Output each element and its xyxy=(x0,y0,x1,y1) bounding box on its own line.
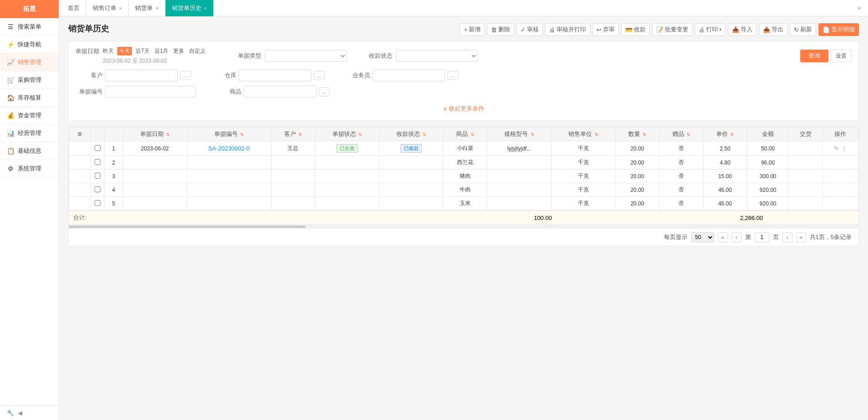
cell-doc-no[interactable] xyxy=(187,170,271,183)
sidebar-item-purchase-mgmt[interactable]: 🛒 采购管理 xyxy=(0,71,59,89)
col-unit[interactable]: 销售单位 ⇅ xyxy=(551,127,615,141)
doc-type-select[interactable] xyxy=(265,50,347,62)
customer-ellipsis[interactable]: ... xyxy=(180,71,191,80)
col-doc-status[interactable]: 单据状态 ⇅ xyxy=(315,127,379,141)
cell-action[interactable] xyxy=(823,183,858,197)
setting-button[interactable]: 设置 xyxy=(831,50,852,62)
salesperson-input[interactable] xyxy=(372,70,445,81)
payment-status-select[interactable] xyxy=(396,50,478,62)
sidebar-item-inventory[interactable]: 🏠 库存核算 xyxy=(0,89,59,107)
tab-sales-order-close[interactable]: × xyxy=(119,5,122,11)
goods-ellipsis[interactable]: ... xyxy=(319,87,330,96)
customer-input[interactable] xyxy=(105,70,178,81)
last-page-btn[interactable]: » xyxy=(796,232,806,242)
warehouse-input[interactable] xyxy=(239,70,311,81)
cell-action[interactable]: ✎⋮ xyxy=(823,141,858,156)
batch-change-button[interactable]: 📝 批量变更 xyxy=(652,23,692,36)
warehouse-ellipsis[interactable]: ... xyxy=(314,71,325,80)
date-shortcut-7days[interactable]: 近7天 xyxy=(134,47,151,55)
tab-sales-goods-close[interactable]: × xyxy=(156,5,158,11)
cell-checkbox[interactable] xyxy=(90,141,104,156)
scroll-thumb[interactable] xyxy=(69,225,306,228)
goods-input[interactable] xyxy=(244,86,316,98)
row-checkbox[interactable] xyxy=(95,173,100,179)
audit-print-button[interactable]: 🖨 审核并打印 xyxy=(545,23,590,36)
col-payment-status[interactable]: 收款状态 ⇅ xyxy=(379,127,443,141)
cell-doc-no[interactable] xyxy=(187,183,271,197)
page-number-input[interactable] xyxy=(755,232,769,242)
date-shortcut-today[interactable]: 今天 xyxy=(117,47,132,55)
cell-checkbox[interactable] xyxy=(90,183,104,197)
sidebar-item-finance-mgmt[interactable]: 💰 资金管理 xyxy=(0,107,59,125)
col-settings[interactable]: ⚙ xyxy=(69,127,91,141)
action-more-icon[interactable]: ⋮ xyxy=(841,145,847,152)
cell-doc-no[interactable]: SA-20230602-0 xyxy=(187,141,271,156)
date-shortcut-more[interactable]: 更多 xyxy=(172,47,186,55)
col-customer[interactable]: 客户 ⇅ xyxy=(271,127,315,141)
status-badge: 已生效 xyxy=(336,144,358,153)
row-checkbox[interactable] xyxy=(95,145,100,151)
salesperson-ellipsis[interactable]: ... xyxy=(447,71,458,80)
cell-action[interactable] xyxy=(823,170,858,183)
date-shortcut-yesterday[interactable]: 昨天 xyxy=(101,47,115,55)
action-edit-icon[interactable]: ✎ xyxy=(834,145,839,152)
abandon-button[interactable]: ↩ 弃审 xyxy=(592,23,619,36)
doc-no-link[interactable]: SA-20230602-0 xyxy=(208,145,250,152)
cell-checkbox[interactable] xyxy=(90,156,104,170)
window-close-btn[interactable]: × xyxy=(858,5,861,12)
per-page-select[interactable]: 50 20 100 xyxy=(691,232,714,242)
col-gift[interactable]: 赠品 ⇅ xyxy=(659,127,703,141)
sidebar-item-label: 采购管理 xyxy=(18,76,41,84)
collect-button[interactable]: 💳 收款 xyxy=(621,23,650,36)
print-button[interactable]: 🖨 打印 ▾ xyxy=(695,23,726,36)
next-page-btn[interactable]: › xyxy=(783,232,793,242)
import-label: 导入 xyxy=(741,25,753,34)
row-checkbox[interactable] xyxy=(95,186,100,192)
show-detail-button[interactable]: 📄 显示明细 xyxy=(818,23,859,36)
tab-sales-order[interactable]: 销售订单 × xyxy=(86,0,129,16)
cell-payment-status xyxy=(379,183,443,197)
col-doc-no[interactable]: 单据编号 ⇅ xyxy=(187,127,271,141)
col-price[interactable]: 单价 ⇅ xyxy=(703,127,747,141)
sidebar-item-base-info[interactable]: 📋 基础信息 xyxy=(0,142,59,160)
col-goods[interactable]: 商品 ⇅ xyxy=(443,127,487,141)
more-conditions-btn[interactable]: ∧ 收起更多条件 xyxy=(443,105,484,113)
show-detail-label: 显示明细 xyxy=(831,25,855,34)
col-spec[interactable]: 规格型号 ⇅ xyxy=(487,127,551,141)
cell-doc-no[interactable] xyxy=(187,197,271,210)
export-button[interactable]: 📤 导出 xyxy=(759,23,788,36)
refresh-button[interactable]: ↻ 刷新 xyxy=(790,23,816,36)
query-button[interactable]: 查询 xyxy=(800,50,828,62)
col-doc-date[interactable]: 单据日期 ⇅ xyxy=(123,127,187,141)
row-checkbox[interactable] xyxy=(95,200,100,206)
horizontal-scrollbar[interactable] xyxy=(69,225,858,228)
doc-no-input[interactable] xyxy=(105,86,196,98)
delete-button[interactable]: 🗑 删除 xyxy=(487,23,514,36)
tab-sales-history-close[interactable]: × xyxy=(204,5,207,11)
cell-checkbox[interactable] xyxy=(90,197,104,210)
first-page-btn[interactable]: « xyxy=(718,232,728,242)
cell-doc-no[interactable] xyxy=(187,156,271,170)
sidebar-settings-btn[interactable]: 🔧 ◀ xyxy=(0,406,59,420)
tab-sales-goods[interactable]: 销货单 × xyxy=(129,0,165,16)
sidebar-item-sys-mgmt[interactable]: ⚙ 系统管理 xyxy=(0,160,59,178)
date-shortcut-custom[interactable]: 自定义 xyxy=(188,47,207,55)
cell-checkbox[interactable] xyxy=(90,170,104,183)
row-checkbox[interactable] xyxy=(95,159,100,165)
cell-action[interactable] xyxy=(823,197,858,210)
sidebar-bottom: 🔧 ◀ xyxy=(0,405,59,420)
add-button[interactable]: + 新增 xyxy=(460,23,485,36)
import-button[interactable]: 📥 导入 xyxy=(728,23,757,36)
sidebar-item-quick-nav[interactable]: ⚡ 快捷导航 xyxy=(0,36,59,54)
sidebar-item-sales-mgmt[interactable]: 📈 销售管理 xyxy=(0,54,59,71)
sidebar-item-ops-mgmt[interactable]: 📊 经营管理 xyxy=(0,125,59,142)
sales-mgmt-icon: 📈 xyxy=(7,59,14,66)
prev-page-btn[interactable]: ‹ xyxy=(732,232,742,242)
date-shortcut-1month[interactable]: 近1月 xyxy=(153,47,170,55)
audit-button[interactable]: ✓ 审核 xyxy=(517,23,543,36)
cell-action[interactable] xyxy=(823,156,858,170)
tab-home[interactable]: 首页 xyxy=(61,0,86,16)
col-qty[interactable]: 数量 ⇅ xyxy=(615,127,659,141)
sidebar-item-search-menu[interactable]: ☰ 搜索菜单 xyxy=(0,18,59,36)
tab-sales-history[interactable]: 销货单历史 × xyxy=(166,0,214,16)
